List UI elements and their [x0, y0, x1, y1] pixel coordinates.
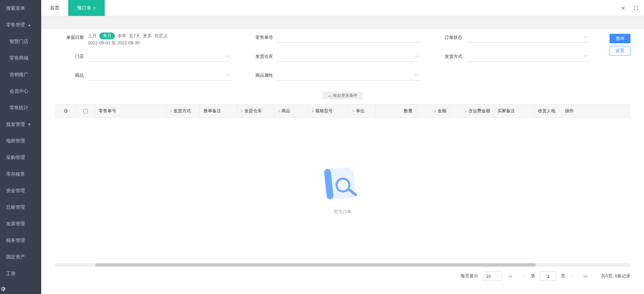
ship-wh-input[interactable] — [277, 51, 420, 62]
sidebar-group-invoice[interactable]: 发票管理 — [0, 216, 41, 232]
sidebar-group-tax[interactable]: 税务管理 — [0, 232, 41, 249]
gear-icon[interactable] — [0, 286, 41, 292]
sidebar-group-retail[interactable]: 零售管理 ▲ — [0, 17, 41, 33]
sidebar-group-inventory[interactable]: 库存核算 — [0, 166, 41, 182]
page-prefix: 第 — [531, 273, 535, 279]
query-button[interactable]: 查询 — [610, 34, 630, 43]
main: 首页 预订单 × 查询 设置 — [41, 0, 644, 294]
empty-state: · · · 暂无订单 — [55, 118, 630, 263]
page-summary: 共0页, 0条记录 — [601, 273, 630, 279]
first-page-icon[interactable]: ⏮ — [506, 273, 514, 279]
date-quick-last-month[interactable]: 上月 — [88, 33, 97, 39]
filter-label-order-no: 零售单号 — [244, 32, 277, 41]
prev-page-icon[interactable]: 〈 — [519, 273, 526, 279]
store-input[interactable] — [88, 51, 230, 62]
table: 零售单号 ▲▼发货方式 整单备注 ▲▼发货仓库 ▲▼商品 ▲▼规格型号 ▲▼单位… — [41, 104, 644, 263]
sidebar-item-smart-store[interactable]: 智慧门店 — [0, 33, 41, 50]
chevron-down-icon: ﹀ — [494, 273, 499, 279]
next-page-icon[interactable]: 〉 — [570, 273, 577, 279]
product-input[interactable] — [88, 70, 230, 81]
tab-preorder[interactable]: 预订单 × — [68, 0, 105, 16]
sidebar-item-retail-stats[interactable]: 零售统计 — [0, 99, 41, 116]
per-page-label: 每页显示 — [461, 273, 478, 279]
more-icon[interactable]: ⋯ — [225, 72, 230, 77]
col-amount: 金额 — [438, 108, 446, 114]
filter-panel: 查询 设置 单据日期 上月 本月 本年 近7天 更多 自定义 — [41, 29, 644, 99]
caret-down-icon: ▼ — [28, 122, 31, 126]
filter-label-date: 单据日期 — [55, 32, 88, 41]
toolbar-strip — [41, 16, 644, 29]
tabbar: 首页 预订单 × — [41, 0, 644, 16]
filter-label-ship-wh: 发货仓库 — [244, 51, 277, 60]
sort-icon[interactable]: ▲▼ — [241, 109, 243, 113]
caret-up-icon: ▲ — [28, 23, 31, 27]
chevron-down-icon[interactable]: ﹀ — [584, 53, 588, 60]
horizontal-scrollbar[interactable] — [55, 263, 630, 267]
select-all-checkbox[interactable] — [83, 109, 88, 113]
order-no-input[interactable] — [277, 32, 420, 43]
col-spec: 规格型号 — [315, 108, 333, 114]
empty-text: 暂无订单 — [334, 209, 351, 215]
date-quick-more[interactable]: 更多 — [143, 33, 152, 39]
date-quick-this-year[interactable]: 本年 — [118, 33, 126, 39]
date-quick-custom[interactable]: 自定义 — [154, 33, 168, 39]
order-status-select[interactable] — [466, 32, 589, 43]
sidebar-group-assets[interactable]: 固定资产 — [0, 249, 41, 265]
chevron-down-icon[interactable]: ﹀ — [584, 35, 588, 41]
col-order-no: 零售单号 — [99, 108, 116, 114]
filter-label-product: 商品 — [55, 70, 88, 78]
gear-icon[interactable] — [63, 108, 68, 114]
col-amount-ship: 含运费金额 — [468, 108, 490, 114]
tab-home[interactable]: 首页 — [41, 0, 68, 16]
col-action: 操作 — [565, 108, 574, 114]
ship-method-select[interactable] — [466, 51, 589, 62]
sort-icon[interactable]: ▲▼ — [278, 109, 280, 113]
chevron-down-icon[interactable]: ﹀ — [415, 72, 419, 78]
pagination: 每页显示 10 ﹀ ⏮ 〈 第 页 〉 ⏭ 共0页, 0条记录 — [41, 267, 644, 286]
sidebar-group-purchase[interactable]: 采购管理 — [0, 149, 41, 166]
page-input[interactable] — [540, 271, 556, 281]
col-ship-wh: 发货仓库 — [244, 108, 262, 114]
col-unit: 单位 — [356, 108, 365, 114]
col-product: 商品 — [281, 108, 290, 114]
sort-icon[interactable]: ▲▼ — [352, 109, 354, 113]
sidebar-item-retail-mall[interactable]: 零售商城 — [0, 50, 41, 66]
empty-illustration: · · · — [321, 166, 365, 203]
setting-button[interactable]: 设置 — [610, 46, 630, 55]
sidebar-group-ledger[interactable]: 总账管理 — [0, 199, 41, 216]
sidebar-group-salary[interactable]: 工资 — [0, 265, 41, 282]
date-quick-last7[interactable]: 近7天 — [129, 33, 140, 39]
sidebar-item-marketing[interactable]: 营销推广 — [0, 66, 41, 83]
collapse-filters-button[interactable]: ︽ 收起更多条件 — [322, 92, 363, 99]
filter-label-order-status: 订单状态 — [433, 32, 466, 41]
sidebar-item-member[interactable]: 会员中心 — [0, 83, 41, 99]
more-icon[interactable]: ⋯ — [225, 53, 230, 59]
col-ship-method: 发货方式 — [173, 108, 191, 114]
sidebar-group-ecommerce[interactable]: 电商管理 — [0, 133, 41, 149]
page-suffix: 页 — [561, 273, 565, 279]
product-attr-select[interactable] — [277, 70, 420, 81]
per-page-select[interactable]: 10 ﹀ — [483, 271, 502, 281]
date-range: 2022-09-01 至 2022-09-30 — [88, 40, 230, 46]
col-recv-phone: 收货人电 — [538, 108, 555, 114]
sidebar-group-finance[interactable]: 资金管理 — [0, 182, 41, 199]
filter-label-ship-method: 发货方式 — [433, 51, 466, 60]
col-buyer-remark: 买家备注 — [497, 108, 515, 114]
table-header: 零售单号 ▲▼发货方式 整单备注 ▲▼发货仓库 ▲▼商品 ▲▼规格型号 ▲▼单位… — [55, 104, 630, 118]
date-quick-this-month[interactable]: 本月 — [99, 32, 115, 39]
close-icon[interactable]: × — [93, 5, 96, 11]
close-panel-icon[interactable] — [618, 3, 628, 13]
sort-icon[interactable]: ▲▼ — [170, 109, 172, 113]
fullscreen-icon[interactable] — [631, 3, 641, 13]
sort-icon[interactable]: ▲▼ — [434, 109, 436, 113]
sidebar-group-wholesale[interactable]: 批发管理 ▼ — [0, 116, 41, 133]
sort-icon[interactable]: ▲▼ — [312, 109, 314, 113]
sidebar-search[interactable]: 搜索菜单 — [0, 0, 41, 17]
last-page-icon[interactable]: ⏭ — [582, 273, 590, 279]
scrollbar-thumb[interactable] — [95, 263, 536, 267]
col-remark: 整单备注 — [203, 108, 221, 114]
sidebar-search-label: 搜索菜单 — [6, 5, 25, 12]
col-qty: 数量 — [404, 108, 413, 114]
more-icon[interactable]: ⋯ — [415, 53, 419, 59]
sort-icon[interactable]: ▲▼ — [465, 109, 467, 113]
